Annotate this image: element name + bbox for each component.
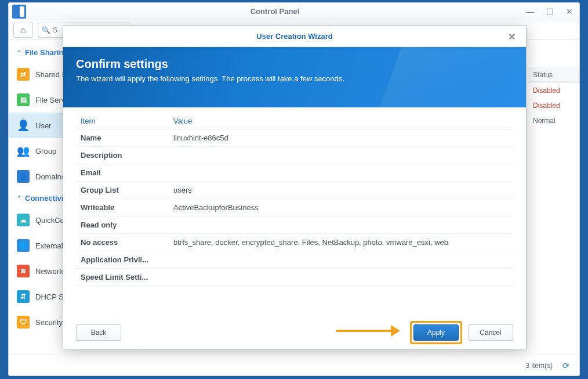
apply-highlight: Apply: [410, 321, 462, 344]
column-header-value: Value: [169, 113, 513, 129]
apply-button[interactable]: Apply: [413, 324, 459, 341]
dialog-close-button[interactable]: ✕: [503, 26, 520, 47]
status-cell: Disabled: [527, 83, 579, 98]
user-creation-wizard-dialog: User Creation Wizard ✕ Confirm settings …: [63, 26, 527, 349]
column-header-item: Item: [76, 113, 169, 129]
sidebar-item-label: Group: [35, 147, 56, 156]
footer: 3 item(s) ⟳: [9, 355, 579, 376]
status-cell: Disabled: [527, 98, 579, 113]
search-icon: 🔍: [42, 26, 50, 34]
table-row: Email: [76, 164, 513, 182]
table-row: Namelinuxhint-e86c5d: [76, 129, 513, 147]
settings-rows: Namelinuxhint-e86c5d Description Email G…: [76, 129, 513, 286]
group-label: File Sharing: [25, 48, 68, 57]
chevron-down-icon: ⌃: [17, 195, 21, 201]
titlebar: Control Panel — ☐ ✕: [9, 3, 579, 20]
maximize-button[interactable]: ☐: [540, 3, 560, 20]
dialog-banner: Confirm settings The wizard will apply t…: [63, 47, 526, 107]
dialog-body: Item Value Namelinuxhint-e86c5d Descript…: [63, 107, 526, 316]
cloud-icon: ☁: [17, 214, 30, 226]
search-placeholder: S: [53, 26, 57, 34]
home-button[interactable]: ⌂: [13, 23, 33, 38]
table-row: Speed Limit Setti...: [76, 269, 513, 286]
close-icon: ✕: [508, 31, 516, 42]
minimize-button[interactable]: —: [520, 3, 540, 20]
app-icon: [12, 5, 26, 19]
cancel-button[interactable]: Cancel: [468, 324, 513, 341]
dialog-footer: Back Apply Cancel: [63, 316, 526, 349]
file-services-icon: ▤: [17, 93, 30, 106]
domain-icon: 👤: [17, 170, 30, 183]
table-row: No accessbtrfs_share, docker, encrypted_…: [76, 234, 513, 251]
reload-icon: ⟳: [562, 361, 569, 370]
sidebar-item-label: Security: [35, 318, 63, 327]
home-icon: ⌂: [20, 25, 26, 35]
table-row: Group Listusers: [76, 182, 513, 199]
table-row: WriteableActiveBackupforBusiness: [76, 199, 513, 216]
table-row: Application Privil...: [76, 251, 513, 269]
window-title: Control Panel: [30, 7, 520, 16]
sidebar-item-label: User: [35, 121, 51, 130]
item-count: 3 item(s): [525, 362, 553, 370]
folder-share-icon: ⇄: [17, 68, 30, 81]
dhcp-icon: ⇵: [17, 290, 30, 303]
reload-button[interactable]: ⟳: [561, 360, 571, 371]
column-header-status: Status: [527, 67, 579, 83]
network-icon: ≋: [17, 265, 30, 277]
banner-subtitle: The wizard will apply the following sett…: [76, 74, 513, 83]
sidebar-item-label: Network: [35, 267, 63, 276]
status-column: Status Disabled Disabled Normal: [527, 67, 579, 128]
banner-title: Confirm settings: [76, 57, 513, 71]
user-icon: 👤: [17, 119, 30, 132]
window-controls: — ☐ ✕: [520, 3, 579, 20]
dialog-title: User Creation Wizard: [256, 32, 332, 41]
status-cell: Normal: [527, 113, 579, 128]
table-row: Read only: [76, 216, 513, 234]
group-icon: 👥: [17, 145, 30, 157]
back-button[interactable]: Back: [76, 324, 121, 341]
settings-table: Item Value Namelinuxhint-e86c5d Descript…: [76, 113, 513, 286]
chevron-down-icon: ⌃: [17, 49, 21, 56]
table-row: Description: [76, 147, 513, 164]
globe-icon: 🌐: [17, 239, 30, 252]
dialog-titlebar: User Creation Wizard ✕: [63, 26, 526, 47]
shield-icon: 🛡: [17, 316, 30, 329]
close-button[interactable]: ✕: [560, 3, 579, 20]
